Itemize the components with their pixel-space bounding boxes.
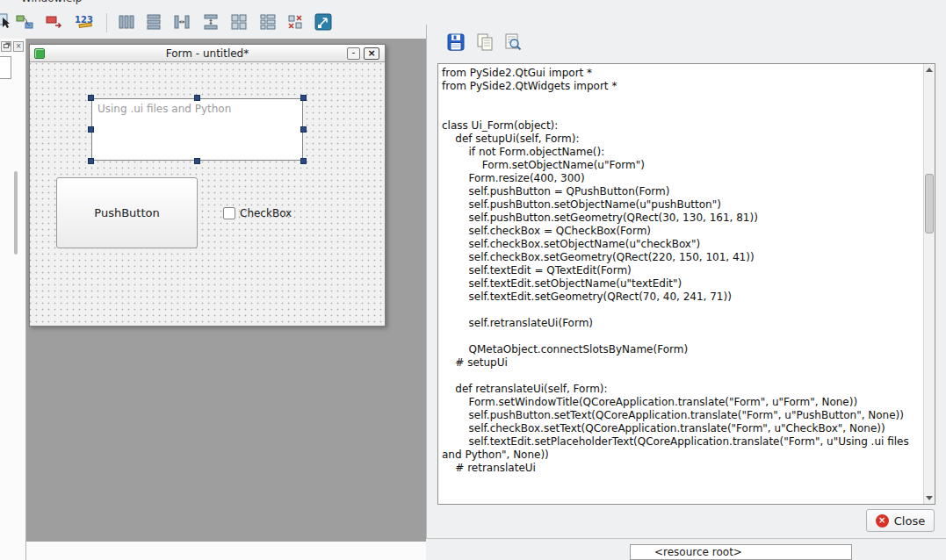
qt-designer-window: Window Help 123 xyxy=(0,0,946,560)
menu-help[interactable]: Help xyxy=(58,0,82,4)
dock-close-button[interactable]: × xyxy=(13,41,24,52)
checkbox-label: CheckBox xyxy=(240,207,292,219)
layout-splitter-vertical-icon xyxy=(202,13,220,31)
scroll-up-arrow[interactable] xyxy=(924,64,935,75)
dock-float-icon xyxy=(4,44,9,48)
form-titlebar[interactable]: Form - untitled* - × xyxy=(30,45,385,62)
code-preview-dialog: from PySide2.QtGui import * from PySide2… xyxy=(426,25,946,539)
break-layout-button[interactable] xyxy=(284,10,307,34)
menubar: Window Help xyxy=(0,0,946,6)
scroll-down-arrow[interactable] xyxy=(924,492,935,504)
layout-form-button[interactable] xyxy=(256,10,279,34)
code-area: from PySide2.QtGui import * from PySide2… xyxy=(437,63,935,505)
selection-handle[interactable] xyxy=(300,158,307,164)
layout-horizontal-button[interactable] xyxy=(115,10,138,34)
widget-box-dock: × xyxy=(0,39,26,560)
form-close-button[interactable]: × xyxy=(364,47,379,60)
textedit-widget[interactable]: Using .ui files and Python xyxy=(91,98,303,161)
form-window-title: Form - untitled* xyxy=(30,47,385,60)
layout-splitter-horizontal-button[interactable] xyxy=(170,10,193,34)
save-icon xyxy=(446,32,466,52)
layout-form-icon xyxy=(259,13,277,31)
pushbutton-widget[interactable]: PushButton xyxy=(56,177,198,248)
checkbox-indicator[interactable] xyxy=(223,207,235,219)
adjust-size-button[interactable] xyxy=(312,10,335,34)
triangle-down-icon xyxy=(926,496,933,500)
edit-buddies-button[interactable] xyxy=(43,10,66,34)
mdi-area: Form - untitled* - × Using .ui files and… xyxy=(26,39,426,542)
edit-widgets-icon xyxy=(0,13,13,31)
generated-code-text: from PySide2.QtGui import * from PySide2… xyxy=(438,64,923,504)
close-button-label: Close xyxy=(894,514,925,528)
selection-handle[interactable] xyxy=(88,126,94,133)
selection-handle[interactable] xyxy=(194,95,200,101)
widget-filter-input[interactable] xyxy=(0,56,11,79)
toolbar-separator xyxy=(106,13,107,32)
menu-window[interactable]: Window xyxy=(21,0,62,4)
edit-signals-slots-button[interactable] xyxy=(13,10,36,34)
copy-icon xyxy=(475,32,495,52)
resource-browser-fragment: <resource root> xyxy=(426,539,946,560)
code-vertical-scrollbar[interactable] xyxy=(923,64,935,504)
save-button[interactable] xyxy=(444,30,468,54)
dock-float-button[interactable] xyxy=(1,41,11,52)
edit-buddies-icon xyxy=(46,13,63,31)
dock-close-icon: × xyxy=(16,42,22,50)
find-button[interactable] xyxy=(501,30,525,54)
selection-handle[interactable] xyxy=(88,95,94,101)
layout-grid-button[interactable] xyxy=(227,10,250,34)
textedit-placeholder: Using .ui files and Python xyxy=(92,99,302,118)
selection-handle[interactable] xyxy=(88,158,94,164)
edit-signals-slots-icon xyxy=(16,13,33,31)
close-circle-icon: × xyxy=(876,514,889,528)
layout-splitter-horizontal-icon xyxy=(173,13,191,31)
scrollbar-handle[interactable] xyxy=(925,174,934,233)
layout-grid-icon xyxy=(230,13,248,31)
form-canvas[interactable]: Using .ui files and Python PushButton Ch… xyxy=(30,63,385,326)
layout-vertical-icon xyxy=(145,13,162,31)
bottom-panel-fragment xyxy=(26,542,426,560)
find-icon xyxy=(503,32,523,52)
selection-handle[interactable] xyxy=(300,95,307,101)
edit-tab-order-button[interactable]: 123 xyxy=(73,10,96,34)
checkbox-widget[interactable]: CheckBox xyxy=(223,195,312,231)
adjust-size-icon xyxy=(314,13,333,32)
triangle-up-icon xyxy=(926,68,933,72)
layout-splitter-vertical-button[interactable] xyxy=(199,10,222,34)
edit-tab-order-icon: 123 xyxy=(75,13,94,31)
close-button[interactable]: × Close xyxy=(866,509,935,532)
selection-handle[interactable] xyxy=(300,126,307,133)
copy-button[interactable] xyxy=(473,30,497,54)
dock-scrollbar[interactable] xyxy=(14,171,18,255)
selection-handle[interactable] xyxy=(194,158,200,164)
layout-horizontal-icon xyxy=(118,13,135,31)
break-layout-icon xyxy=(286,13,304,31)
form-minimize-button[interactable]: - xyxy=(347,47,360,60)
form-editor-window: Form - untitled* - × Using .ui files and… xyxy=(29,44,386,327)
layout-vertical-button[interactable] xyxy=(142,10,165,34)
resource-root-item[interactable]: <resource root> xyxy=(630,544,852,560)
